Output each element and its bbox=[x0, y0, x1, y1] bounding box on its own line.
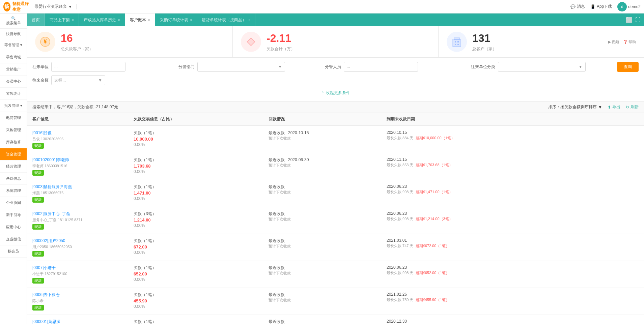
sidebar-search[interactable]: 🔍 搜索菜单 bbox=[0, 13, 27, 29]
tab-customer-account[interactable]: 客户账本 × bbox=[125, 13, 155, 26]
results-actions: 排序：按欠款金额倒序排序 ▼ ⬆ 导出 ↻ 刷新 bbox=[548, 104, 639, 110]
app-download-button[interactable]: 📱 App下载 bbox=[590, 4, 612, 9]
overdue-cell-5: 2020.06.23 最长欠款 998 天 超期¥652.00（1笔） bbox=[387, 265, 639, 275]
table-body: [0016]吕俊 吕俊 13026203696 现款 欠款（1笔） 10,000… bbox=[27, 126, 644, 324]
debt-amount-6[interactable]: 455.90 bbox=[134, 298, 269, 303]
customer-cell-1: [0001020001]李老师 李老师 18600391516 现款 bbox=[32, 157, 134, 176]
sidebar-item-retail-mall[interactable]: 零售商城 bbox=[0, 51, 27, 63]
stat-label-total-customers: 总客户（家） bbox=[472, 46, 603, 52]
overdue-link-5[interactable]: 超期¥652.00（1笔） bbox=[416, 271, 450, 275]
sidebar-item-ecommerce[interactable]: 电商管理 bbox=[0, 112, 27, 124]
customer-link-5[interactable]: [0007]小进干 bbox=[32, 265, 56, 270]
dept-select[interactable]: ▼ bbox=[197, 62, 285, 72]
overdue-link-1[interactable]: 超期¥1,703.68（1笔） bbox=[416, 163, 453, 167]
sidebar-item-business[interactable]: 经营管理 bbox=[0, 160, 27, 173]
manager-input[interactable]: ... bbox=[344, 62, 418, 72]
sidebar-item-enterprise[interactable]: 企业协同 bbox=[0, 197, 27, 209]
tab-product-offline[interactable]: 商品上下架 × bbox=[45, 13, 79, 26]
return-date-6: 最近收款 bbox=[269, 292, 387, 298]
tab-bar-right: ⬜ ⛶ bbox=[622, 17, 644, 23]
tab-purchase-order[interactable]: 采购订单统计表 × bbox=[155, 13, 197, 26]
debt-amount-4[interactable]: 672.00 bbox=[134, 244, 269, 249]
store-selector[interactable]: 母婴行业演示账套 ▼ bbox=[30, 4, 77, 9]
debt-amount-2[interactable]: 1,471.00 bbox=[134, 190, 269, 196]
user-menu[interactable]: d demo2 bbox=[617, 2, 641, 11]
debt-amount-5[interactable]: 652.00 bbox=[134, 271, 269, 276]
customer-link-0[interactable]: [0016]吕俊 bbox=[32, 130, 52, 135]
debt-amount-3[interactable]: 1,214.00 bbox=[134, 217, 269, 223]
sidebar-item-retail-stats[interactable]: 零售统计 bbox=[0, 88, 27, 100]
tab-close-icon[interactable]: × bbox=[190, 18, 192, 22]
debt-amount-1[interactable]: 1,703.68 bbox=[134, 164, 269, 169]
refresh-button[interactable]: ↻ 刷新 bbox=[626, 104, 639, 110]
customer-link-3[interactable]: [0002]服务中心_丁磊 bbox=[32, 211, 70, 216]
sidebar-item-inventory[interactable]: 库存核算 bbox=[0, 136, 27, 148]
customer-link-4[interactable]: [000002]用户2050 bbox=[32, 238, 65, 243]
export-button[interactable]: ⬆ 导出 bbox=[608, 104, 620, 110]
manager-placeholder: ... bbox=[347, 64, 350, 69]
tab-close-icon[interactable]: × bbox=[148, 18, 150, 22]
video-action[interactable]: ▶ 视频 bbox=[608, 39, 619, 45]
sidebar-item-newguide[interactable]: 新手引导 bbox=[0, 209, 27, 221]
debt-count-7: 欠款（1笔） bbox=[134, 319, 269, 324]
customer-link-7[interactable]: [000001]黄思源 bbox=[32, 319, 60, 324]
filter-dept: 分管部门 ▼ bbox=[178, 62, 320, 72]
debt-percent-1: 0.00% bbox=[134, 169, 269, 174]
filter-row-2: 往来余额 选择... ▼ bbox=[32, 75, 639, 85]
tab-product-history[interactable]: 产成品入库单历史 × bbox=[79, 13, 125, 26]
dept-arrow: ▼ bbox=[278, 64, 282, 69]
table-header: 客户信息 欠款交易信息（占比） 回款情况 到期未收款日期 bbox=[27, 113, 644, 126]
collapse-button[interactable]: ⌃ 收起更多条件 bbox=[32, 89, 639, 97]
sidebar-item-retail-mgmt[interactable]: 零售管理 ▾ bbox=[0, 39, 27, 51]
customer-link-1[interactable]: [0001020001]李老师 bbox=[32, 157, 69, 162]
sidebar-item-batch-mgmt[interactable]: 批发管理 ▾ bbox=[0, 100, 27, 112]
sort-select[interactable]: 排序：按欠款金额倒序排序 ▼ bbox=[548, 104, 602, 110]
tab-purchase-stats[interactable]: 进货单统计表（按商品） × bbox=[197, 13, 255, 26]
stat-label-debt-total: 欠款合计（万） bbox=[267, 46, 430, 52]
unit-type-select[interactable]: ▼ bbox=[498, 62, 586, 72]
refresh-label: 刷新 bbox=[631, 104, 639, 110]
overdue-link-0[interactable]: 超期¥10,000.00（1笔） bbox=[416, 136, 455, 140]
return-cell-4: 最近收款 预计下次收款 bbox=[269, 238, 387, 249]
tab-close-icon[interactable]: × bbox=[72, 18, 74, 22]
sidebar-item-label: 采购管理 bbox=[6, 128, 21, 132]
sidebar-item-marketing[interactable]: 营销推广 bbox=[0, 63, 27, 76]
overdue-link-3[interactable]: 超期¥1,214.00（3笔） bbox=[416, 217, 453, 221]
message-button[interactable]: 💬 消息 bbox=[570, 4, 585, 9]
sidebar-item-wechat[interactable]: 企业微信 bbox=[0, 233, 27, 245]
sidebar-quick-nav[interactable]: 快捷导航 bbox=[0, 29, 27, 39]
header-overdue: 到期未收款日期 bbox=[387, 116, 639, 122]
overdue-days-3: 最长欠款 998 天 超期¥1,214.00（3笔） bbox=[387, 216, 639, 222]
tab-maximize-icon[interactable]: ⛶ bbox=[635, 17, 641, 23]
tab-bar: 首页 商品上下架 × 产成品入库单历史 × 客户账本 × 采购订单统计表 × bbox=[27, 13, 644, 26]
sidebar-item-appcenter[interactable]: 应用中心 bbox=[0, 221, 27, 233]
sidebar-item-basic-info[interactable]: 基础信息 bbox=[0, 173, 27, 185]
tab-close-icon[interactable]: × bbox=[248, 18, 250, 22]
sidebar-item-label: 畅会员 bbox=[8, 249, 19, 253]
overdue-link-6[interactable]: 超期¥455.90（1笔） bbox=[416, 298, 450, 302]
return-date-3: 最近收款 bbox=[269, 211, 387, 217]
overdue-link-4[interactable]: 超期¥672.00（1笔） bbox=[416, 244, 450, 248]
sidebar-item-purchase[interactable]: 采购管理 bbox=[0, 124, 27, 136]
overdue-cell-4: 2021.03.01 最长欠款 747 天 超期¥672.00（1笔） bbox=[387, 238, 639, 248]
search-button[interactable]: 查询 bbox=[617, 62, 639, 72]
tab-minimize-icon[interactable]: ⬜ bbox=[626, 17, 633, 23]
balance-select[interactable]: 选择... ▼ bbox=[51, 75, 105, 85]
customer-link-6[interactable]: [0006]去下粮仓 bbox=[32, 292, 60, 297]
svg-rect-6 bbox=[457, 41, 459, 42]
sidebar-item-system[interactable]: 系统管理 bbox=[0, 185, 27, 197]
sidebar-item-vip[interactable]: 畅会员 bbox=[0, 245, 27, 258]
source-unit-input[interactable]: ... bbox=[51, 62, 125, 72]
tab-home[interactable]: 首页 bbox=[27, 13, 45, 26]
sidebar-item-member[interactable]: 会员中心 bbox=[0, 76, 27, 88]
customer-cell-4: [000002]用户2050 用户2050 18665062050 现款 bbox=[32, 238, 134, 257]
tab-close-icon[interactable]: × bbox=[118, 18, 120, 22]
sidebar-item-finance[interactable]: 资金管理 bbox=[0, 148, 27, 160]
overdue-link-2[interactable]: 超期¥1,471.00（1笔） bbox=[416, 190, 453, 194]
top-bar: 畅 畅捷通好生意 母婴行业演示账套 ▼ 💬 消息 📱 App下载 d demo2 bbox=[0, 0, 644, 13]
customer-link-2[interactable]: [0003]畅捷服务尹海燕 bbox=[32, 184, 72, 189]
refresh-icon: ↻ bbox=[626, 105, 629, 110]
help-action[interactable]: ❓ 帮助 bbox=[623, 39, 636, 45]
debt-amount-0[interactable]: 10,000.00 bbox=[134, 137, 269, 142]
customer-tag-1: 现款 bbox=[32, 170, 44, 176]
